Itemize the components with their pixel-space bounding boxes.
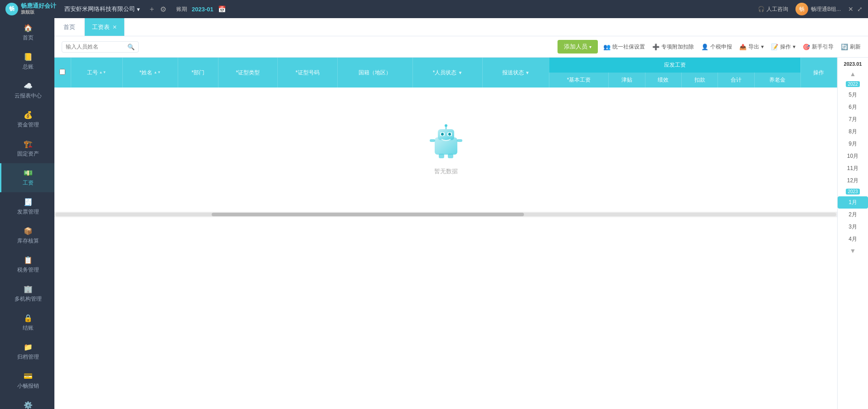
month-2022-5[interactable]: 5月 [838,89,868,101]
month-2023-1[interactable]: 1月 [838,196,868,209]
main-layout: 🏠 首页 📒 总账 ☁️ 云报表中心 💰 资金管理 🏗️ 固定资产 💵 工资 🧾… [0,18,868,409]
sidebar-item-multi-org[interactable]: 🏢 多机构管理 [0,279,54,308]
personal-tax-btn[interactable]: 👤 个税申报 [701,43,732,51]
add-person-label: 添加人员 [564,43,587,51]
main-content-row: 工号 ▲▼ *姓名 ▲▼ *部门 *证型类型 [54,58,868,409]
scroll-down-btn[interactable]: ▼ [848,245,858,256]
month-2022-12[interactable]: 12月 [838,175,868,187]
svg-point-7 [448,133,451,136]
sidebar-item-label: 发票管理 [17,208,39,216]
th-id-no: *证型号码 [278,58,338,88]
robot-svg [428,124,464,160]
sidebar-item-ledger[interactable]: 📒 总账 [0,47,54,76]
select-all-checkbox[interactable] [59,69,65,75]
new-guide-btn[interactable]: 🎯 新手引导 [803,43,834,51]
window-controls: ✕ ⤢ [848,5,863,13]
special-deduction-btn[interactable]: ➕ 专项附加扣除 [652,43,694,51]
invoice-icon: 🧾 [24,198,33,206]
sidebar-item-invoice[interactable]: 🧾 发票管理 [0,192,54,221]
table-wrapper: 工号 ▲▼ *姓名 ▲▼ *部门 *证型类型 [54,58,837,409]
user-name[interactable]: 畅理通B组... [811,5,841,13]
toolbar-actions: 👥 统一社保设置 ➕ 专项附加扣除 👤 个税申报 📤 导出 ▾ 📝 [603,43,861,51]
period-value[interactable]: 2023-01 [192,6,213,13]
sidebar-item-label: 资金管理 [17,121,39,129]
search-wrapper: 🔍 [62,41,139,53]
tax-icon: 📋 [24,256,33,264]
sidebar-item-home[interactable]: 🏠 首页 [0,18,54,47]
no-data-area: 暂无数据 [54,88,837,212]
logo-icon: 畅 [5,3,18,15]
report-status-filter-icon[interactable]: ▼ [525,70,530,75]
month-2022-8[interactable]: 8月 [838,126,868,138]
th-checkbox [54,58,71,88]
company-name: 西安虾米网络科技有限公司 [64,5,135,13]
avatar: 畅 [795,3,808,15]
th-base-salary: *基本工资 [549,73,609,88]
search-input[interactable] [66,44,125,50]
refresh-label: 刷新 [850,43,861,51]
th-report-status: 报送状态 ▼ [483,58,549,88]
personal-tax-icon: 👤 [701,44,708,50]
scrollbar-thumb[interactable] [212,213,524,216]
month-2023-4[interactable]: 4月 [838,233,868,245]
sidebar-item-fund[interactable]: 💰 资金管理 [0,105,54,134]
dropdown-icon: ▾ [137,6,140,13]
refresh-btn[interactable]: 🔄 刷新 [841,43,861,51]
toolbar: 🔍 添加人员 ▾ 👥 统一社保设置 ➕ 专项附加扣除 👤 个税申报 [54,36,868,58]
th-total: 合计 [718,73,754,88]
expense-icon: 💳 [24,372,33,380]
operations-arrow: ▾ [793,44,795,50]
th-name-sort[interactable]: ▲▼ [154,71,161,74]
sidebar-item-settings[interactable]: ⚙️ 基础设置 [0,395,54,409]
person-status-filter-icon[interactable]: ▼ [458,70,462,75]
close-window-btn[interactable]: ✕ [848,5,853,13]
month-2022-9[interactable]: 9月 [838,138,868,150]
month-2022-10[interactable]: 10月 [838,150,868,162]
top-actions-plus[interactable]: ＋ [148,5,155,14]
month-2022-7[interactable]: 7月 [838,113,868,126]
add-person-dropdown-icon: ▾ [589,44,592,49]
tab-home[interactable]: 首页 [54,18,85,36]
tab-salary-table[interactable]: 工资表 ✕ [85,18,125,36]
sidebar-item-archive[interactable]: 📁 归档管理 [0,337,54,366]
operations-btn[interactable]: 📝 操作 ▾ [771,43,795,51]
th-work-no-sort[interactable]: ▲▼ [99,71,107,74]
calendar-icon[interactable]: 📅 [218,5,226,13]
sidebar-item-label: 固定资产 [17,150,39,158]
social-security-btn[interactable]: 👥 统一社保设置 [603,43,645,51]
th-performance: 绩效 [645,73,681,88]
top-right: 🎧 人工咨询 畅 畅理通B组... ✕ ⤢ [758,3,863,15]
sidebar-item-cloud-report[interactable]: ☁️ 云报表中心 [0,76,54,105]
human-service-btn[interactable]: 🎧 人工咨询 [758,5,788,13]
content-with-right: 首页 工资表 ✕ 🔍 添加人员 ▾ 👥 统一社保设置 [54,18,868,409]
no-data-text: 暂无数据 [434,167,458,175]
th-nationality: 国籍（地区） [337,58,412,88]
sidebar-item-label: 总账 [23,63,34,71]
month-2022-6[interactable]: 6月 [838,101,868,113]
sidebar-item-label: 库存核算 [17,237,39,245]
maximize-window-btn[interactable]: ⤢ [857,5,863,13]
multi-org-icon: 🏢 [24,285,33,293]
sidebar-item-salary[interactable]: 💵 工资 [0,163,54,192]
month-2023-3[interactable]: 3月 [838,221,868,233]
scrollbar-track [55,213,836,216]
sidebar-item-inventory[interactable]: 📦 库存核算 [0,221,54,250]
add-person-button[interactable]: 添加人员 ▾ [558,40,598,54]
export-arrow: ▾ [761,44,764,50]
sidebar-item-close-accounts[interactable]: 🔒 结账 [0,308,54,337]
company-selector[interactable]: 西安虾米网络科技有限公司 ▾ [61,4,144,15]
month-2022-11[interactable]: 11月 [838,162,868,175]
horizontal-scrollbar[interactable] [54,212,837,217]
month-2023-2[interactable]: 2月 [838,209,868,221]
sidebar-item-fixed-asset[interactable]: 🏗️ 固定资产 [0,134,54,163]
scroll-up-btn[interactable]: ▲ [848,68,858,79]
svg-rect-11 [448,154,453,158]
th-name: *姓名 ▲▼ [122,58,178,88]
search-icon: 🔍 [127,44,135,50]
export-btn[interactable]: 📤 导出 ▾ [739,43,764,51]
sidebar-item-expense[interactable]: 💳 小畅报销 [0,366,54,395]
svg-rect-8 [430,139,435,142]
tab-close-btn[interactable]: ✕ [112,24,117,30]
sidebar-item-tax[interactable]: 📋 税务管理 [0,250,54,279]
top-actions-gear[interactable]: ⚙ [160,5,166,14]
